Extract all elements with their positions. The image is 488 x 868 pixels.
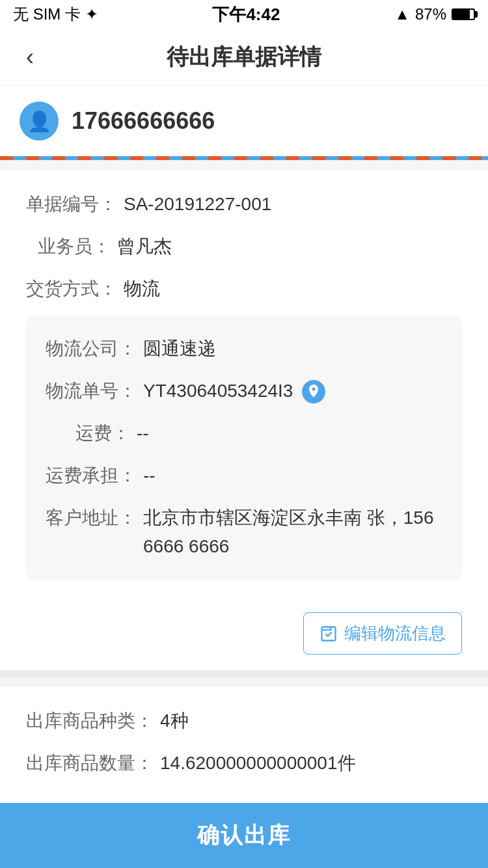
freight-bear-value: -- bbox=[143, 461, 442, 491]
freight-bear-label: 运费承担： bbox=[46, 461, 143, 491]
customer-phone: 17666666666 bbox=[72, 107, 215, 135]
salesman-row: 业务员： 曾凡杰 bbox=[26, 232, 462, 262]
company-row: 物流公司： 圆通速递 bbox=[46, 334, 442, 364]
goods-quantity-value: 14.620000000000001件 bbox=[160, 749, 462, 778]
confirm-button-wrap: 确认出库 bbox=[0, 803, 488, 868]
page-title: 待出库单据详情 bbox=[167, 42, 321, 72]
freight-bear-row: 运费承担： -- bbox=[46, 461, 442, 491]
status-time: 下午4:42 bbox=[212, 3, 280, 26]
confirm-button[interactable]: 确认出库 bbox=[197, 821, 291, 850]
edit-logistics-row: 编辑物流信息 bbox=[0, 599, 488, 670]
delivery-value: 物流 bbox=[124, 275, 462, 304]
freight-label: 运费： bbox=[46, 419, 137, 448]
battery-icon: ▲ bbox=[394, 5, 410, 23]
avatar: 👤 bbox=[20, 102, 59, 141]
order-no-value: SA-20191227-001 bbox=[124, 190, 462, 219]
delivery-label: 交货方式： bbox=[26, 275, 124, 304]
edit-logistics-button[interactable]: 编辑物流信息 bbox=[303, 612, 462, 655]
customer-header: 👤 17666666666 bbox=[0, 86, 488, 156]
back-button[interactable]: ‹ bbox=[20, 37, 40, 77]
logistics-card: 物流公司： 圆通速递 物流单号： YT43064053424I3 运费： -- … bbox=[26, 316, 462, 580]
salesman-value: 曾凡杰 bbox=[117, 232, 462, 262]
freight-value: -- bbox=[137, 419, 442, 448]
salesman-label: 业务员： bbox=[26, 232, 117, 262]
company-value: 圆通速递 bbox=[143, 334, 442, 364]
address-label: 客户地址： bbox=[46, 504, 143, 533]
location-icon[interactable] bbox=[302, 380, 325, 403]
address-value: 北京市市辖区海淀区永丰南 张，156 6666 6666 bbox=[143, 504, 442, 562]
nav-bar: ‹ 待出库单据详情 bbox=[0, 29, 488, 86]
status-bar: 无 SIM 卡 ✦ 下午4:42 ▲ 87% bbox=[0, 0, 488, 29]
freight-row: 运费： -- bbox=[46, 419, 442, 448]
sim-signal: 无 SIM 卡 ✦ bbox=[13, 4, 98, 25]
section-divider bbox=[0, 670, 488, 677]
goods-quantity-label: 出库商品数量： bbox=[26, 749, 160, 778]
order-no-label: 单据编号： bbox=[26, 190, 124, 219]
goods-quantity-row: 出库商品数量： 14.620000000000001件 bbox=[26, 749, 462, 778]
dashed-divider bbox=[0, 156, 488, 160]
tracking-label: 物流单号： bbox=[46, 377, 143, 406]
goods-types-label: 出库商品种类： bbox=[26, 707, 160, 736]
delivery-row: 交货方式： 物流 bbox=[26, 275, 462, 304]
company-label: 物流公司： bbox=[46, 334, 143, 364]
status-right: ▲ 87% bbox=[394, 5, 475, 23]
svg-rect-0 bbox=[322, 627, 336, 640]
edit-logistics-label: 编辑物流信息 bbox=[344, 622, 446, 645]
tracking-row: 物流单号： YT43064053424I3 bbox=[46, 377, 442, 406]
goods-info-section: 出库商品种类： 4种 出库商品数量： 14.620000000000001件 bbox=[0, 687, 488, 798]
avatar-icon: 👤 bbox=[27, 110, 51, 133]
basic-info-section: 单据编号： SA-20191227-001 业务员： 曾凡杰 交货方式： 物流 … bbox=[0, 170, 488, 599]
address-row: 客户地址： 北京市市辖区海淀区永丰南 张，156 6666 6666 bbox=[46, 504, 442, 562]
battery-bar bbox=[452, 8, 475, 20]
goods-types-row: 出库商品种类： 4种 bbox=[26, 707, 462, 736]
tracking-value: YT43064053424I3 bbox=[143, 377, 442, 406]
order-no-row: 单据编号： SA-20191227-001 bbox=[26, 190, 462, 219]
status-left: 无 SIM 卡 ✦ bbox=[13, 4, 98, 25]
battery-percent: 87% bbox=[415, 5, 446, 23]
goods-types-value: 4种 bbox=[160, 707, 462, 736]
